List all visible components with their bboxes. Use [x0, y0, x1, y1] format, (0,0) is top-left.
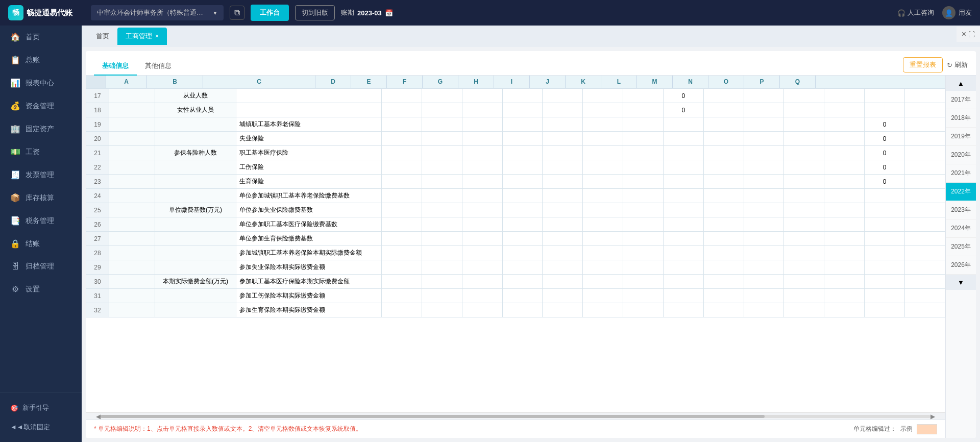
- new-guide-item[interactable]: 🎯 新手引导: [0, 398, 82, 418]
- cell-col-j[interactable]: [623, 175, 664, 189]
- cell-col-m[interactable]: [744, 303, 784, 317]
- cell-col-c[interactable]: [236, 89, 381, 103]
- cell-col-d[interactable]: [381, 89, 422, 103]
- cell-col-q[interactable]: [904, 175, 945, 189]
- cell-col-n[interactable]: [784, 289, 824, 303]
- refresh-button[interactable]: ↻ 刷新: [947, 60, 968, 69]
- tab-close-icon[interactable]: ×: [155, 33, 159, 40]
- company-selector[interactable]: 中审众环会计师事务所（特殊普通合伙... ▼: [91, 5, 224, 20]
- cell-col-h[interactable]: [543, 189, 583, 203]
- cell-col-j[interactable]: [623, 303, 664, 317]
- cell-col-k[interactable]: [663, 175, 703, 189]
- sub-tab-basic[interactable]: 基础信息: [94, 57, 137, 76]
- cell-col-i[interactable]: [583, 103, 623, 117]
- year-item[interactable]: 2020年: [946, 146, 976, 164]
- cell-col-i[interactable]: [583, 203, 623, 217]
- cell-col-n[interactable]: [784, 103, 824, 117]
- cell-col-e[interactable]: [422, 275, 462, 289]
- cell-col-e[interactable]: [422, 132, 462, 146]
- cell-col-b[interactable]: [155, 232, 236, 246]
- cell-col-j[interactable]: [623, 146, 664, 160]
- cell-col-q[interactable]: [904, 146, 945, 160]
- sidebar-item-funds[interactable]: 💰 资金管理: [0, 94, 82, 117]
- scroll-right-icon[interactable]: ▶: [930, 413, 935, 420]
- cell-col-i[interactable]: [583, 275, 623, 289]
- cell-col-h[interactable]: [543, 117, 583, 132]
- cell-col-e[interactable]: [422, 103, 462, 117]
- cell-col-q[interactable]: [904, 217, 945, 232]
- cell-col-k[interactable]: [663, 146, 703, 160]
- cell-col-m[interactable]: [744, 132, 784, 146]
- cell-col-m[interactable]: [744, 289, 784, 303]
- cell-col-j[interactable]: [623, 275, 664, 289]
- cell-col-p[interactable]: [865, 303, 905, 317]
- cell-col-j[interactable]: [623, 246, 664, 260]
- cell-col-k[interactable]: [663, 232, 703, 246]
- cell-col-l[interactable]: [703, 260, 744, 275]
- cell-col-q[interactable]: [904, 132, 945, 146]
- cell-col-a[interactable]: [109, 103, 155, 117]
- cell-col-j[interactable]: [623, 160, 664, 175]
- cell-col-o[interactable]: [824, 103, 865, 117]
- cell-col-k[interactable]: [663, 303, 703, 317]
- cell-col-o[interactable]: [824, 217, 865, 232]
- cell-col-i[interactable]: [583, 303, 623, 317]
- cell-col-o[interactable]: [824, 232, 865, 246]
- cell-col-b[interactable]: [155, 260, 236, 275]
- cell-col-q[interactable]: [904, 103, 945, 117]
- cell-col-e[interactable]: [422, 175, 462, 189]
- cell-col-e[interactable]: [422, 232, 462, 246]
- cell-col-k[interactable]: [663, 275, 703, 289]
- cell-col-q[interactable]: [904, 289, 945, 303]
- cell-col-e[interactable]: [422, 260, 462, 275]
- cell-col-q[interactable]: [904, 232, 945, 246]
- cell-col-l[interactable]: [703, 303, 744, 317]
- cell-col-m[interactable]: [744, 217, 784, 232]
- cell-col-d[interactable]: [381, 232, 422, 246]
- cell-col-l[interactable]: [703, 89, 744, 103]
- cell-col-b[interactable]: [155, 189, 236, 203]
- sidebar-item-settings[interactable]: ⚙ 设置: [0, 278, 82, 301]
- cell-col-i[interactable]: [583, 117, 623, 132]
- cell-col-q[interactable]: [904, 203, 945, 217]
- cell-col-f[interactable]: [462, 117, 502, 132]
- cell-col-a[interactable]: [109, 146, 155, 160]
- cell-col-c[interactable]: 参加职工基本医疗保险本期实际缴费金额: [236, 275, 381, 289]
- cell-col-o[interactable]: [824, 275, 865, 289]
- copy-button[interactable]: ⧉: [230, 6, 244, 20]
- cell-col-m[interactable]: [744, 246, 784, 260]
- cell-col-o[interactable]: [824, 146, 865, 160]
- cell-col-j[interactable]: [623, 103, 664, 117]
- cell-col-h[interactable]: [543, 232, 583, 246]
- cell-col-f[interactable]: [462, 89, 502, 103]
- cell-col-j[interactable]: [623, 260, 664, 275]
- cell-col-e[interactable]: [422, 160, 462, 175]
- cell-col-i[interactable]: [583, 217, 623, 232]
- cell-col-m[interactable]: [744, 203, 784, 217]
- cell-col-o[interactable]: [824, 303, 865, 317]
- cell-col-k[interactable]: [663, 160, 703, 175]
- cell-col-k[interactable]: 0: [663, 103, 703, 117]
- cell-col-p[interactable]: 0: [865, 132, 905, 146]
- cell-col-d[interactable]: [381, 303, 422, 317]
- cell-col-o[interactable]: [824, 132, 865, 146]
- cell-col-o[interactable]: [824, 160, 865, 175]
- cell-col-c[interactable]: 参加工伤保险本期实际缴费金额: [236, 289, 381, 303]
- cell-col-n[interactable]: [784, 217, 824, 232]
- cell-col-d[interactable]: [381, 132, 422, 146]
- cell-col-n[interactable]: [784, 175, 824, 189]
- cell-col-b[interactable]: 参保各险种人数: [155, 146, 236, 160]
- cell-col-l[interactable]: [703, 103, 744, 117]
- cell-col-b[interactable]: [155, 160, 236, 175]
- cell-col-f[interactable]: [462, 303, 502, 317]
- year-panel-up[interactable]: ▲: [946, 76, 976, 91]
- cell-col-q[interactable]: [904, 117, 945, 132]
- cell-col-f[interactable]: [462, 189, 502, 203]
- cell-col-j[interactable]: [623, 117, 664, 132]
- cell-col-i[interactable]: [583, 260, 623, 275]
- cell-col-k[interactable]: [663, 117, 703, 132]
- cell-col-f[interactable]: [462, 246, 502, 260]
- cell-col-g[interactable]: [502, 117, 543, 132]
- cell-col-f[interactable]: [462, 175, 502, 189]
- cell-col-n[interactable]: [784, 146, 824, 160]
